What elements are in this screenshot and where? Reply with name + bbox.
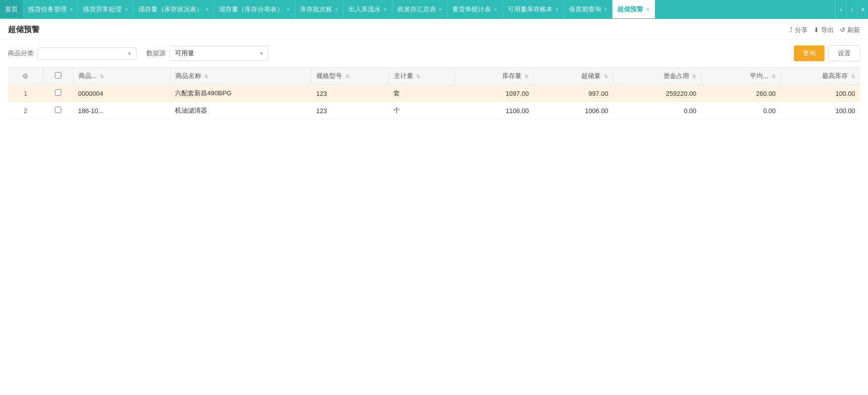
product-code: 0000004 <box>73 85 170 102</box>
sort-icon: ⇅ <box>416 74 420 79</box>
sort-icon: ⇅ <box>524 74 528 79</box>
query-button[interactable]: 查询 <box>794 45 825 61</box>
capital-column-header[interactable]: 资金占用 ⇅ <box>613 68 701 85</box>
export-icon: ⬇ <box>814 26 819 34</box>
table-row: 1 0000004 六配套新昌490BPG 123 套 1097.00 997.… <box>8 85 860 102</box>
table-header-row: ⚙ 商品... ⇅ 商品名称 ⇅ 规格型号 ⇅ 主计量 <box>8 68 860 85</box>
row-checkbox-cell <box>43 102 73 119</box>
sort-icon: ⇅ <box>851 74 855 79</box>
nav-item-requisition[interactable]: 要货单统计表 × <box>447 0 502 18</box>
datasource-value: 可用量 <box>175 49 194 58</box>
table-body: 1 0000004 六配套新昌490BPG 123 套 1097.00 997.… <box>8 85 860 119</box>
close-icon[interactable]: × <box>494 6 497 12</box>
sort-icon: ⇅ <box>772 74 776 79</box>
row-checkbox[interactable] <box>55 107 61 113</box>
max-stock: 100.00 <box>781 85 860 102</box>
row-checkbox-cell <box>43 85 73 102</box>
capital-value: 0.00 <box>613 102 701 119</box>
refresh-icon: ↺ <box>840 26 845 34</box>
close-icon[interactable]: × <box>335 6 338 12</box>
share-button[interactable]: ⤴ 分享 <box>789 26 808 35</box>
product-code: 186-10... <box>73 102 170 119</box>
max-stock: 100.00 <box>781 102 860 119</box>
nav-item-batch[interactable]: 库存批次账 × <box>295 0 344 18</box>
top-navigation: 首页 拣货任务管理 × 拣货异常处理 × 现存量（库存状况表） × 现存量（库存… <box>0 0 868 19</box>
code-column-header[interactable]: 商品... ⇅ <box>73 68 170 85</box>
row-checkbox[interactable] <box>55 89 61 96</box>
sort-icon: ⇅ <box>204 74 208 79</box>
nav-item-expiry[interactable]: 保质期查询 × <box>564 0 612 18</box>
close-icon[interactable]: × <box>286 6 289 12</box>
row-index: 1 <box>8 85 43 102</box>
nav-item-exception[interactable]: 拣货异常处理 × <box>78 0 133 18</box>
close-icon[interactable]: × <box>604 6 607 12</box>
nav-item-overstock[interactable]: 超储预警 × <box>612 0 654 18</box>
nav-close-all-button[interactable]: × <box>857 0 868 19</box>
capital-value: 259220.00 <box>613 85 701 102</box>
over-qty: 1006.00 <box>534 102 613 119</box>
nav-item-task[interactable]: 拣货任务管理 × <box>23 0 78 18</box>
avg-price: 0.00 <box>701 102 781 119</box>
settings-icon[interactable]: ⚙ <box>22 72 29 80</box>
export-button[interactable]: ⬇ 导出 <box>814 26 834 35</box>
nav-prev-button[interactable]: ‹ <box>835 0 846 19</box>
overstock-table: ⚙ 商品... ⇅ 商品名称 ⇅ 规格型号 ⇅ 主计量 <box>8 67 860 119</box>
sort-icon: ⇅ <box>604 74 608 79</box>
close-icon[interactable]: × <box>439 6 442 12</box>
nav-item-stock-dist[interactable]: 现存量（库存分布表） × <box>214 0 295 18</box>
product-spec: 123 <box>311 102 389 119</box>
data-table-wrapper: ⚙ 商品... ⇅ 商品名称 ⇅ 规格型号 ⇅ 主计量 <box>0 67 868 119</box>
sort-icon: ⇅ <box>100 74 104 79</box>
sort-icon: ⇅ <box>346 74 349 79</box>
close-icon[interactable]: × <box>70 6 73 12</box>
close-icon[interactable]: × <box>206 6 209 12</box>
unit-column-header[interactable]: 主计量 ⇅ <box>389 68 454 85</box>
nav-item-flow[interactable]: 出入库流水 × <box>344 0 392 18</box>
stock-qty: 1097.00 <box>454 85 534 102</box>
refresh-button[interactable]: ↺ 刷新 <box>840 26 860 35</box>
avg-column-header[interactable]: 平均... ⇅ <box>701 68 781 85</box>
stock-qty: 1106.00 <box>454 102 534 119</box>
filter-actions: 查询 设置 <box>794 45 860 61</box>
spec-column-header[interactable]: 规格型号 ⇅ <box>311 68 389 85</box>
datasource-label: 数据源 <box>146 49 166 58</box>
close-icon[interactable]: × <box>556 6 559 12</box>
avg-price: 260.00 <box>701 85 781 102</box>
name-column-header[interactable]: 商品名称 ⇅ <box>170 68 311 85</box>
max-column-header[interactable]: 最高库存 ⇅ <box>781 68 860 85</box>
product-name: 机油滤清器 <box>170 102 311 119</box>
set-button[interactable]: 设置 <box>828 45 860 61</box>
datasource-filter: 数据源 可用量 ▾ <box>146 46 268 61</box>
category-select[interactable]: ▾ <box>38 47 136 60</box>
header-actions: ⤴ 分享 ⬇ 导出 ↺ 刷新 <box>789 26 860 35</box>
filter-bar: 商品分类 ▾ 数据源 可用量 ▾ 查询 设置 <box>0 40 868 67</box>
close-icon[interactable]: × <box>125 6 128 12</box>
over-column-header[interactable]: 超储量 ⇅ <box>534 68 613 85</box>
product-spec: 123 <box>311 85 389 102</box>
product-unit: 个 <box>389 102 454 119</box>
close-icon[interactable]: × <box>646 6 649 12</box>
category-filter: 商品分类 ▾ <box>8 47 136 60</box>
page-title: 超储预警 <box>8 25 40 35</box>
product-name: 六配套新昌490BPG <box>170 85 311 102</box>
table-row: 2 186-10... 机油滤清器 123 个 1106.00 1006.00 … <box>8 102 860 119</box>
row-index: 2 <box>8 102 43 119</box>
nav-arrows: ‹ › × <box>835 0 868 19</box>
datasource-select[interactable]: 可用量 ▾ <box>170 46 268 61</box>
over-qty: 997.00 <box>534 85 613 102</box>
chevron-down-icon: ▾ <box>260 50 263 57</box>
nav-item-available[interactable]: 可用量库存账本 × <box>503 0 564 18</box>
page-header: 超储预警 ⤴ 分享 ⬇ 导出 ↺ 刷新 <box>0 19 868 40</box>
nav-item-summary[interactable]: 收发存汇总表 × <box>392 0 447 18</box>
close-icon[interactable]: × <box>384 6 387 12</box>
stock-column-header[interactable]: 库存量 ⇅ <box>454 68 534 85</box>
settings-column-header: ⚙ <box>8 68 43 85</box>
checkbox-column-header <box>43 68 73 85</box>
nav-item-home[interactable]: 首页 <box>0 0 23 18</box>
nav-next-button[interactable]: › <box>846 0 857 19</box>
chevron-down-icon: ▾ <box>128 50 131 57</box>
category-label: 商品分类 <box>8 49 34 58</box>
select-all-checkbox[interactable] <box>55 72 61 79</box>
share-icon: ⤴ <box>789 26 793 34</box>
nav-item-stock-status[interactable]: 现存量（库存状况表） × <box>133 0 214 18</box>
